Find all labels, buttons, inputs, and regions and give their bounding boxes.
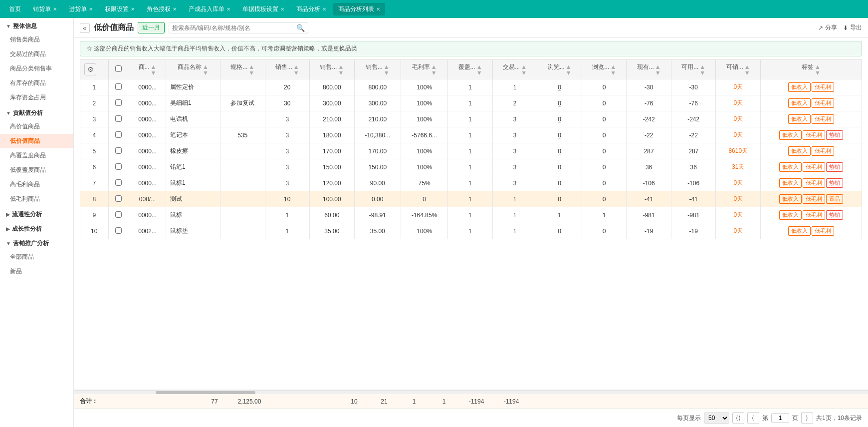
- row-view1[interactable]: 0: [537, 159, 582, 175]
- row-view1[interactable]: 0: [537, 191, 582, 207]
- sidebar-item-new-products[interactable]: 新品: [0, 264, 73, 279]
- col-gear[interactable]: ⚙: [80, 60, 109, 79]
- col-current-stock[interactable]: 现有...▲▼: [627, 60, 671, 79]
- row-checkbox[interactable]: [115, 227, 122, 234]
- row-checkbox-cell[interactable]: [108, 95, 129, 111]
- row-view1[interactable]: 0: [537, 95, 582, 111]
- row-view1[interactable]: 0: [537, 223, 582, 239]
- sidebar-item-stock-capital[interactable]: 库存资金占用: [0, 90, 73, 105]
- col-view2[interactable]: 浏览...▲▼: [582, 60, 627, 79]
- row-checkbox-cell[interactable]: [108, 223, 129, 239]
- nav-template-settings[interactable]: 单据模板设置 ✕: [237, 3, 289, 15]
- col-gross-margin[interactable]: 毛利率▲▼: [401, 60, 447, 79]
- close-icon[interactable]: ✕: [376, 6, 380, 12]
- sidebar-item-all-products[interactable]: 全部商品: [0, 250, 73, 264]
- nav-product-analysis[interactable]: 商品分析 ✕: [291, 3, 331, 15]
- col-name[interactable]: 商品名称▲▼: [166, 60, 220, 79]
- row-checkbox-cell[interactable]: [108, 175, 129, 191]
- row-view1[interactable]: 0: [537, 127, 582, 143]
- collapse-sidebar-button[interactable]: «: [80, 23, 90, 33]
- close-icon[interactable]: ✕: [322, 6, 326, 12]
- close-icon[interactable]: ✕: [89, 6, 93, 12]
- sidebar-item-high-value[interactable]: 高价值商品: [0, 119, 73, 134]
- sidebar-group-growth[interactable]: ▶ 成长性分析: [0, 221, 73, 235]
- row-sale-price: 120.00: [310, 175, 355, 191]
- row-checkbox[interactable]: [115, 131, 122, 138]
- row-checkbox-cell[interactable]: [108, 143, 129, 159]
- col-transaction[interactable]: 交易...▲▼: [492, 60, 537, 79]
- sidebar-item-stocked-products[interactable]: 有库存的商品: [0, 76, 73, 90]
- row-checkbox-cell[interactable]: [108, 79, 129, 95]
- row-checkbox[interactable]: [115, 99, 122, 106]
- col-saleable[interactable]: 可销...▲▼: [716, 60, 761, 79]
- row-checkbox[interactable]: [115, 83, 122, 90]
- row-checkbox[interactable]: [115, 195, 122, 202]
- col-tags[interactable]: 标签▲▼: [761, 60, 862, 79]
- close-icon[interactable]: ✕: [226, 6, 230, 12]
- search-input[interactable]: [172, 24, 294, 31]
- row-checkbox[interactable]: [115, 163, 122, 170]
- close-icon[interactable]: ✕: [173, 6, 177, 12]
- row-checkbox-cell[interactable]: [108, 207, 129, 223]
- row-view1[interactable]: 1: [537, 207, 582, 223]
- sidebar-group-overview[interactable]: ▼ 整体信息: [0, 18, 73, 32]
- row-view1[interactable]: 0: [537, 111, 582, 127]
- row-checkbox[interactable]: [115, 115, 122, 122]
- row-checkbox-cell[interactable]: [108, 159, 129, 175]
- row-saleable: 0天: [716, 207, 761, 223]
- col-checkbox[interactable]: [108, 60, 129, 79]
- search-icon[interactable]: 🔍: [296, 24, 305, 32]
- sidebar-item-low-margin[interactable]: 低毛利商品: [0, 192, 73, 206]
- sidebar-group-contribution[interactable]: ▼ 贡献值分析: [0, 105, 73, 119]
- row-checkbox-cell[interactable]: [108, 127, 129, 143]
- row-checkbox[interactable]: [115, 179, 122, 186]
- col-sale-price[interactable]: 销售...▲▼: [310, 60, 355, 79]
- close-icon[interactable]: ✕: [53, 6, 57, 12]
- col-spec[interactable]: 规格...▲▼: [220, 60, 265, 79]
- export-button[interactable]: ⬇ 导出: [843, 23, 862, 32]
- select-all-checkbox[interactable]: [115, 65, 122, 72]
- nav-product-analysis-list[interactable]: 商品分析列表 ✕: [333, 3, 385, 15]
- col-sale-amount[interactable]: 销售...▲▼: [354, 60, 401, 79]
- sidebar-item-high-coverage[interactable]: 高覆盖度商品: [0, 148, 73, 163]
- sidebar-group-marketing[interactable]: ▼ 营销推广分析: [0, 235, 73, 250]
- close-icon[interactable]: ✕: [280, 6, 284, 12]
- nav-product-stock[interactable]: 产成品入库单 ✕: [184, 3, 235, 15]
- period-button[interactable]: 近一月: [138, 22, 165, 33]
- col-code[interactable]: 商...▲▼: [129, 60, 166, 79]
- col-available[interactable]: 可用...▲▼: [671, 60, 716, 79]
- row-view1[interactable]: 0: [537, 175, 582, 191]
- col-coverage[interactable]: 覆盖...▲▼: [448, 60, 493, 79]
- row-checkbox-cell[interactable]: [108, 111, 129, 127]
- scrollbar-thumb[interactable]: [156, 391, 255, 394]
- row-name: 测试: [166, 191, 220, 207]
- nav-home[interactable]: 首页: [4, 3, 26, 15]
- sidebar-item-sales-products[interactable]: 销售类商品: [0, 32, 73, 47]
- sidebar-item-low-coverage[interactable]: 低覆盖度商品: [0, 163, 73, 177]
- sidebar-group-circulation[interactable]: ▶ 流通性分析: [0, 206, 73, 221]
- nav-permission[interactable]: 权限设置 ✕: [100, 3, 140, 15]
- sidebar-item-high-margin[interactable]: 高毛利商品: [0, 177, 73, 192]
- sidebar-item-category-sales-rate[interactable]: 商品分类销售率: [0, 61, 73, 76]
- col-view1[interactable]: 浏览...▲▼: [537, 60, 582, 79]
- nav-purchase-order[interactable]: 进货单 ✕: [64, 3, 98, 15]
- row-view1[interactable]: 0: [537, 79, 582, 95]
- sidebar-item-low-value[interactable]: 低价值商品: [0, 134, 73, 148]
- page-number-input[interactable]: [771, 413, 789, 423]
- nav-sales-order[interactable]: 销货单 ✕: [28, 3, 62, 15]
- prev-page-button[interactable]: ⟨: [747, 412, 759, 424]
- per-page-select[interactable]: 50 100 200: [704, 413, 729, 424]
- nav-role-auth[interactable]: 角色授权 ✕: [142, 3, 182, 15]
- row-checkbox[interactable]: [115, 147, 122, 154]
- row-checkbox[interactable]: [115, 211, 122, 218]
- row-view1[interactable]: 0: [537, 143, 582, 159]
- first-page-button[interactable]: ⟨⟨: [732, 412, 744, 424]
- share-button[interactable]: ↗ 分享: [818, 23, 837, 32]
- col-sale-qty[interactable]: 销售...▲▼: [265, 60, 310, 79]
- close-icon[interactable]: ✕: [131, 6, 135, 12]
- horizontal-scrollbar[interactable]: [74, 390, 868, 394]
- gear-icon[interactable]: ⚙: [84, 63, 96, 75]
- next-page-button[interactable]: ⟩: [801, 412, 813, 424]
- sidebar-item-traded-products[interactable]: 交易过的商品: [0, 47, 73, 61]
- row-checkbox-cell[interactable]: [108, 191, 129, 207]
